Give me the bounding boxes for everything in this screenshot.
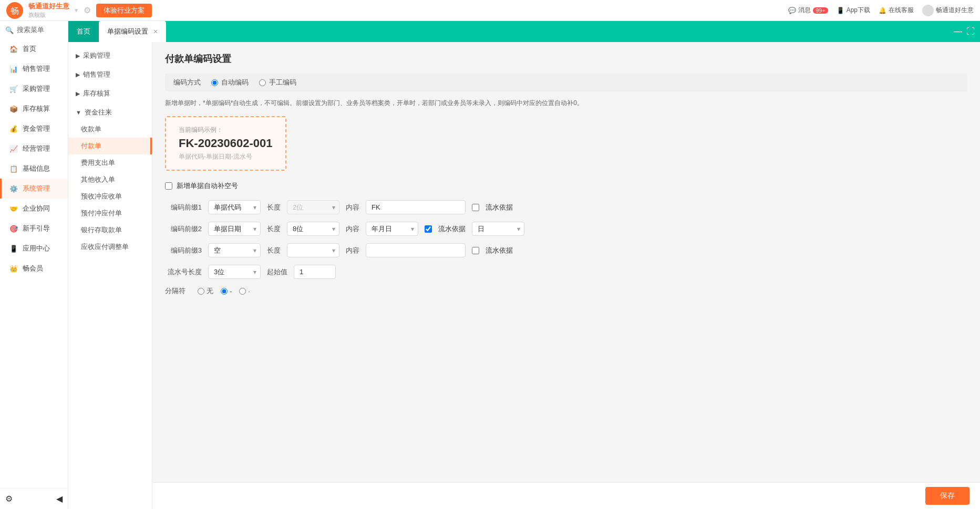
sidebar-finance-label: 资金管理: [23, 124, 50, 133]
finance-icon: 💰: [9, 124, 18, 133]
auto-encoding-radio[interactable]: [211, 79, 218, 86]
prefix2-select[interactable]: 单据日期: [208, 222, 261, 236]
encoding-mode-bar: 编码方式 自动编码 手工编码: [165, 74, 967, 91]
sidebar-item-finance[interactable]: 💰 资金管理: [0, 119, 68, 139]
sidebar-settings-icon[interactable]: ⚙: [5, 494, 13, 504]
serial-depend3-checkbox[interactable]: [472, 247, 479, 254]
length3-select[interactable]: [287, 243, 339, 257]
sidebar-item-purchase[interactable]: 🛒 采购管理: [0, 79, 68, 99]
sidebar-item-newbie[interactable]: 🎯 新手引导: [0, 219, 68, 238]
serial-depend2-label: 流水依据: [438, 224, 466, 234]
sidebar-item-inventory[interactable]: 📦 库存核算: [0, 99, 68, 119]
sub-nav-inventory-header[interactable]: ▶ 库存核算: [68, 85, 152, 102]
online-service-button[interactable]: 🔔 在线客服: [879, 6, 914, 15]
sidebar-item-member[interactable]: 👑 畅会员: [0, 258, 68, 278]
user-info[interactable]: 畅通道好生意: [922, 5, 974, 16]
app-download-button[interactable]: 📱 App下载: [837, 6, 870, 15]
auto-encoding-option[interactable]: 自动编码: [211, 78, 249, 87]
sub-nav-pre-receipt[interactable]: 预收冲应收单: [68, 188, 152, 205]
sep-dot-radio[interactable]: [239, 288, 246, 295]
sidebar-item-system[interactable]: ⚙️ 系统管理: [0, 179, 68, 199]
content1-input[interactable]: [366, 200, 466, 214]
sidebar-item-base[interactable]: 📋 基础信息: [0, 159, 68, 179]
length3-label: 长度: [267, 246, 281, 255]
sidebar-item-apps[interactable]: 📱 应用中心: [0, 238, 68, 258]
tab-home[interactable]: 首页: [68, 21, 99, 42]
sub-nav-capital-header[interactable]: ▼ 资金往来: [68, 104, 152, 121]
settings-gear-icon[interactable]: ⚙: [84, 5, 91, 15]
prefix2-row: 编码前缀2 单据日期 长度 8位 内容: [165, 222, 967, 236]
sidebar-item-enterprise[interactable]: 🤝 企业协同: [0, 199, 68, 219]
start-value-input[interactable]: [294, 265, 336, 279]
content3-input[interactable]: [366, 243, 466, 257]
purchase-icon: 🛒: [9, 84, 18, 94]
manual-encoding-option[interactable]: 手工编码: [259, 78, 296, 87]
sub-nav-payment[interactable]: 付款单: [68, 138, 152, 154]
sub-nav-receipt[interactable]: 收款单: [68, 121, 152, 138]
sidebar-newbie-label: 新手引导: [23, 224, 50, 233]
content1-label: 内容: [346, 203, 359, 212]
header-left: 畅 畅通道好生意 旗舰版 ▾ ⚙ 体验行业方案: [6, 2, 152, 19]
service-icon: 🔔: [879, 7, 886, 14]
prefix3-select[interactable]: 空: [208, 243, 261, 257]
manual-encoding-radio[interactable]: [259, 79, 266, 86]
sub-nav-adjustment[interactable]: 应收应付调整单: [68, 238, 152, 255]
prefix3-row: 编码前缀3 空 长度 内容: [165, 243, 967, 257]
content2-label: 内容: [346, 224, 359, 234]
sub-nav-pre-payment[interactable]: 预付冲应付单: [68, 205, 152, 222]
user-avatar: [922, 5, 934, 16]
sub-nav-expense[interactable]: 费用支出单: [68, 154, 152, 171]
dropdown-arrow[interactable]: ▾: [75, 6, 78, 14]
operations-icon: 📈: [9, 144, 18, 153]
prefix1-select[interactable]: 单据代码: [208, 200, 261, 214]
message-button[interactable]: 💬 消息 99+: [788, 6, 828, 15]
serial-length-select[interactable]: 3位: [208, 265, 261, 279]
sidebar-item-home[interactable]: 🏠 首页: [0, 39, 68, 59]
sep-none-option[interactable]: 无: [198, 286, 213, 296]
sep-dash-radio[interactable]: [221, 288, 228, 295]
auto-encoding-label: 自动编码: [221, 78, 249, 87]
sep-dot-option[interactable]: ·: [239, 287, 250, 295]
serial2-unit-select[interactable]: 日: [472, 222, 524, 236]
base-icon: 📋: [9, 164, 18, 173]
serial-depend2-checkbox[interactable]: [425, 225, 432, 233]
sidebar-bottom: ⚙ ◀: [0, 488, 68, 509]
serial-depend1-checkbox[interactable]: [472, 204, 479, 211]
sidebar: 🔍 搜索菜单 🏠 首页 📊 销售管理 🛒 采购管理 📦 库存核算 💰 资金管理 …: [0, 21, 68, 509]
sub-nav-purchase-header[interactable]: ▶ 采购管理: [68, 47, 152, 64]
sub-nav-sales-header[interactable]: ▶ 销售管理: [68, 66, 152, 83]
experience-button[interactable]: 体验行业方案: [96, 4, 152, 17]
sep-none-radio[interactable]: [198, 288, 204, 295]
capital-group-label: 资金往来: [85, 108, 112, 117]
code-preview-value: FK-20230602-001: [179, 137, 273, 150]
sidebar-item-operations[interactable]: 📈 经营管理: [0, 139, 68, 159]
sidebar-item-sales[interactable]: 📊 销售管理: [0, 59, 68, 79]
logo-icon: 畅: [6, 2, 23, 19]
tab-close-icon[interactable]: ×: [153, 27, 158, 36]
tab-encoding-settings[interactable]: 单据编码设置 ×: [99, 21, 166, 42]
right-panel: 付款单编码设置 编码方式 自动编码 手工编码: [152, 42, 980, 509]
sub-nav-group-sales: ▶ 销售管理: [68, 66, 152, 83]
header-right: 💬 消息 99+ 📱 App下载 🔔 在线客服 畅通道好生意: [788, 5, 974, 16]
save-button[interactable]: 保存: [925, 487, 969, 505]
search-menu[interactable]: 🔍 搜索菜单: [0, 21, 68, 39]
sidebar-collapse-icon[interactable]: ◀: [56, 494, 63, 504]
home-tab-label: 首页: [77, 27, 90, 36]
serial-depend3-label: 流水依据: [486, 246, 513, 255]
tab-minimize-button[interactable]: —: [954, 27, 962, 36]
tab-maximize-button[interactable]: ⛶: [966, 27, 975, 36]
auto-fill-checkbox[interactable]: [165, 182, 172, 190]
length1-select[interactable]: 2位: [287, 200, 339, 214]
prefix3-label: 编码前缀3: [165, 246, 202, 255]
length2-label: 长度: [267, 224, 281, 234]
prefix3-select-wrapper: 空: [208, 243, 261, 257]
apps-icon: 📱: [9, 244, 18, 253]
length2-select[interactable]: 8位: [287, 222, 339, 236]
sep-dash-option[interactable]: -: [221, 287, 232, 295]
sub-nav-other-income[interactable]: 其他收入单: [68, 171, 152, 188]
sub-sidebar: ▶ 采购管理 ▶ 销售管理 ▶ 库存核算: [68, 42, 152, 509]
content2-select[interactable]: 年月日: [366, 222, 418, 236]
content-area: ▶ 采购管理 ▶ 销售管理 ▶ 库存核算: [68, 42, 980, 509]
enterprise-icon: 🤝: [9, 204, 18, 213]
sub-nav-bank[interactable]: 银行存取款单: [68, 222, 152, 238]
